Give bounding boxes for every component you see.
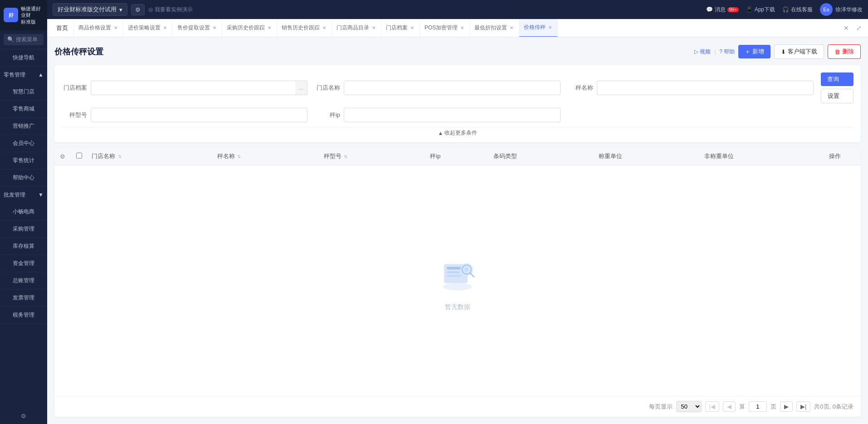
table-header: ⚙ 门店名称 ⇅ 秤名称 ⇅ xyxy=(54,148,861,165)
sidebar-item-finance[interactable]: 资金管理 xyxy=(0,255,47,272)
tab-window-close-btn[interactable]: ✕ xyxy=(841,24,852,33)
last-page-btn[interactable]: ▶| xyxy=(796,401,810,412)
sidebar-item-purchase-mgmt[interactable]: 采购管理 xyxy=(0,221,47,238)
sidebar-search-area: 🔍 搜索菜单 xyxy=(0,30,47,49)
topbar-settings-button[interactable]: ⚙ xyxy=(131,4,145,15)
table-settings-icon[interactable]: ⚙ xyxy=(60,153,65,160)
delete-button[interactable]: 🗑 删除 xyxy=(828,44,861,59)
sidebar-item-retail-stats[interactable]: 零售统计 xyxy=(0,152,47,169)
sidebar-item-retail-mall[interactable]: 零售商城 xyxy=(0,101,47,118)
col-operation: 操作 xyxy=(824,148,861,165)
online-service-btn[interactable]: 🎧 在线客服 xyxy=(782,6,813,14)
search-form: 门店档案 ... 门店名称 秤名称 查询 xyxy=(54,65,861,142)
collapse-btn[interactable]: ▲ 收起更多条件 xyxy=(438,129,478,137)
collapse-bar: ▲ 收起更多条件 xyxy=(62,127,853,139)
topbar-right: 💬 消息 99+ 📱 App下载 🎧 在线客服 Ea 徐泽华修改 xyxy=(706,3,863,16)
sidebar-search-btn[interactable]: 🔍 搜索菜单 xyxy=(4,34,44,45)
tab-window-max-btn[interactable]: ⤢ xyxy=(853,24,864,33)
store-name-input[interactable] xyxy=(344,81,561,95)
page-number-input[interactable] xyxy=(749,401,767,412)
data-table: ⚙ 门店名称 ⇅ 秤名称 ⇅ xyxy=(54,148,861,165)
download-button[interactable]: ⬇ 客户端下载 xyxy=(774,44,824,59)
user-profile[interactable]: Ea 徐泽华修改 xyxy=(820,3,863,16)
video-link[interactable]: ▷ 视频 xyxy=(694,48,711,56)
next-page-btn[interactable]: ▶ xyxy=(780,401,793,412)
app-download-btn[interactable]: 📱 App下载 xyxy=(746,6,775,14)
sort-icon[interactable]: ⇅ xyxy=(118,154,122,159)
tab-price-settings[interactable]: 商品价格设置 ✕ xyxy=(74,19,123,37)
col-scale-model: 秤型号 ⇅ xyxy=(319,148,426,165)
scale-ip-label: 秤ip xyxy=(315,111,340,119)
sidebar-header: 好 畅捷通好业财 标准版 xyxy=(0,0,47,30)
tab-min-discount[interactable]: 最低折扣设置 ✕ xyxy=(470,19,519,37)
prev-page-btn[interactable]: ◀ xyxy=(723,401,736,412)
sidebar-item-invoice-mgmt[interactable]: 发票管理 xyxy=(0,289,47,307)
tab-close-sales-history[interactable]: ✕ xyxy=(322,25,327,31)
sidebar-item-retail-mgmt[interactable]: 零售管理 ▲ xyxy=(0,67,47,83)
demo-link[interactable]: ◎ 我要看实例演示 xyxy=(148,6,193,14)
app-logo: 好 xyxy=(4,8,18,22)
sidebar-item-general-ledger[interactable]: 总账管理 xyxy=(0,272,47,289)
sidebar-item-help-center[interactable]: 帮助中心 xyxy=(0,169,47,187)
sidebar-settings-icon[interactable]: ⚙ xyxy=(0,408,47,424)
tab-close-store-catalog[interactable]: ✕ xyxy=(371,25,376,31)
tab-close-min-discount[interactable]: ✕ xyxy=(509,25,514,31)
tab-purchase-strategy[interactable]: 进价策略设置 ✕ xyxy=(123,19,173,37)
set-button[interactable]: 设置 xyxy=(821,89,853,103)
store-file-input[interactable] xyxy=(91,81,295,95)
tab-store-catalog[interactable]: 门店商品目录 ✕ xyxy=(332,19,381,37)
search-row-2: 秤型号 秤ip xyxy=(62,108,853,122)
first-page-btn[interactable]: |◀ xyxy=(705,401,719,412)
help-icon: ? xyxy=(719,48,722,55)
sort-icon-scale-name[interactable]: ⇅ xyxy=(237,154,241,159)
sidebar-item-smart-store[interactable]: 智慧门店 xyxy=(0,83,47,101)
search-icon: 🔍 xyxy=(7,36,14,43)
tab-close-price-settings[interactable]: ✕ xyxy=(113,25,118,31)
tab-close-pos-mgmt[interactable]: ✕ xyxy=(459,25,465,31)
help-link[interactable]: ? 帮助 xyxy=(719,48,735,56)
tab-home[interactable]: 首页 xyxy=(51,19,74,37)
scale-name-input[interactable] xyxy=(597,81,814,95)
sidebar-item-inventory[interactable]: 库存核算 xyxy=(0,238,47,255)
tab-sale-extract[interactable]: 售价提取设置 ✕ xyxy=(173,19,222,37)
sidebar-item-quick-nav[interactable]: 快捷导航 xyxy=(0,49,47,67)
chevron-up-icon: ▲ xyxy=(438,130,444,136)
version-dropdown[interactable]: 好业财标准版交付试用 ▾ xyxy=(53,3,127,16)
page-header: 价格传秤设置 ▷ 视频 | ? 帮助 ＋ 新增 ⬇ 客户端下载 xyxy=(54,44,861,59)
sidebar-item-xiaochang-ec[interactable]: 小畅电商 xyxy=(0,203,47,221)
video-icon: ▷ xyxy=(694,48,698,55)
query-button[interactable]: 查询 xyxy=(821,72,853,86)
messages-btn[interactable]: 💬 消息 99+ xyxy=(706,6,739,14)
tabbar: 首页 商品价格设置 ✕ 进价策略设置 ✕ 售价提取设置 ✕ 采购历史价跟踪 ✕ … xyxy=(47,19,868,37)
tab-store-files[interactable]: 门店档案 ✕ xyxy=(381,19,420,37)
chevron-down-icon: ▼ xyxy=(38,192,44,198)
scale-name-label: 秤名称 xyxy=(568,84,593,92)
tab-purchase-history[interactable]: 采购历史价跟踪 ✕ xyxy=(222,19,277,37)
svg-rect-4 xyxy=(447,275,461,277)
svg-rect-3 xyxy=(447,271,459,273)
tab-close-purchase-history[interactable]: ✕ xyxy=(267,25,272,31)
download-icon: 📱 xyxy=(746,6,753,13)
sidebar-item-marketing[interactable]: 营销推广 xyxy=(0,118,47,135)
page-size-select[interactable]: 50 20 100 xyxy=(676,401,702,412)
sidebar-item-member[interactable]: 会员中心 xyxy=(0,135,47,152)
scale-model-input[interactable] xyxy=(91,108,307,122)
tab-sales-history[interactable]: 销售历史价跟踪 ✕ xyxy=(277,19,332,37)
sort-icon-scale-model[interactable]: ⇅ xyxy=(344,154,347,159)
store-file-popup-btn[interactable]: ... xyxy=(295,81,307,95)
scale-ip-input[interactable] xyxy=(344,108,561,122)
page-word: 算 xyxy=(739,403,745,411)
tab-close-price-scale[interactable]: ✕ xyxy=(547,24,553,30)
sidebar-item-wholesale-mgmt[interactable]: 批发管理 ▼ xyxy=(0,187,47,203)
select-all-checkbox[interactable] xyxy=(76,153,82,159)
tab-pos-mgmt[interactable]: POS加密管理 ✕ xyxy=(420,19,470,37)
tab-price-scale[interactable]: 价格传秤 ✕ xyxy=(519,19,558,37)
add-button[interactable]: ＋ 新增 xyxy=(738,45,770,58)
col-checkbox xyxy=(71,148,87,165)
avatar: Ea xyxy=(820,3,833,16)
service-icon: 🎧 xyxy=(782,6,789,13)
tab-close-store-files[interactable]: ✕ xyxy=(410,25,415,31)
tab-close-purchase-strategy[interactable]: ✕ xyxy=(162,25,168,31)
sidebar-item-tax-mgmt[interactable]: 税务管理 xyxy=(0,307,47,324)
tab-close-sale-extract[interactable]: ✕ xyxy=(212,25,217,31)
